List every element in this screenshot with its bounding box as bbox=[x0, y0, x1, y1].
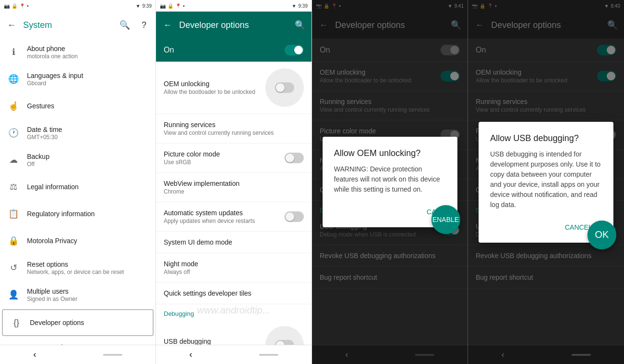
about-icon: ℹ bbox=[8, 46, 19, 58]
search-btn-2[interactable]: 🔍 bbox=[292, 17, 308, 33]
sidebar-item-gestures[interactable]: ☝ Gestures bbox=[0, 92, 156, 119]
night-mode-subtitle: Always off bbox=[164, 269, 304, 275]
search-button[interactable]: 🔍 bbox=[117, 17, 132, 33]
panel-system: 📷 🔒 📍 • ▼ 9:39 ← System 🔍 ? ℹ About phon… bbox=[0, 0, 156, 364]
gesture-icon: ☝ bbox=[8, 100, 19, 112]
sidebar-item-about[interactable]: ℹ About phone motorola one action bbox=[0, 39, 156, 65]
oem-dialog-body: WARNING: Device protection features will… bbox=[334, 164, 446, 195]
backup-title: Backup bbox=[27, 153, 148, 160]
oem-enable-btn[interactable]: Enable bbox=[431, 205, 460, 234]
status-bar-1: 📷 🔒 📍 • ▼ 9:39 bbox=[0, 0, 156, 12]
language-subtitle: Gboard bbox=[27, 80, 148, 87]
backup-icon: ☁ bbox=[8, 154, 19, 166]
usb-toggle-container[interactable] bbox=[265, 326, 304, 345]
notif-icon-3: 📍 bbox=[19, 3, 25, 9]
time-2: 9:39 bbox=[299, 3, 308, 9]
sidebar-item-regulatory[interactable]: 📋 Regulatory information bbox=[0, 200, 156, 227]
picture-color-item[interactable]: Picture color mode Use sRGB bbox=[156, 143, 312, 173]
running-services-item[interactable]: Running services View and control curren… bbox=[156, 114, 312, 143]
webview-subtitle: Chrome bbox=[164, 188, 304, 195]
sidebar-item-users[interactable]: 👤 Multiple users Signed in as Owner bbox=[0, 281, 156, 308]
regulatory-icon: 📋 bbox=[8, 208, 19, 220]
sidebar-item-legal[interactable]: ⚖ Legal information bbox=[0, 173, 156, 200]
sidebar-item-motorola-privacy[interactable]: 🔒 Motorola Privacy bbox=[0, 227, 156, 254]
page-title: System bbox=[23, 20, 113, 30]
datetime-title: Date & time bbox=[27, 126, 148, 133]
system-ui-demo-item[interactable]: System UI demo mode bbox=[156, 232, 312, 253]
quick-settings-item[interactable]: Quick settings developer tiles bbox=[156, 283, 312, 304]
system-ui-title: System UI demo mode bbox=[164, 238, 304, 246]
n2: 🔒 bbox=[168, 3, 173, 9]
usb-debug-dialog: Allow USB debugging? USB debugging is in… bbox=[479, 122, 613, 243]
night-mode-item[interactable]: Night mode Always off bbox=[156, 253, 312, 283]
reset-subtitle: Network, apps, or device can be reset bbox=[27, 269, 148, 275]
usb-dialog-title: Allow USB debugging? bbox=[490, 133, 602, 143]
developer-icon: {} bbox=[11, 317, 22, 328]
oem-dialog-actions: Ca Enable bbox=[334, 204, 446, 220]
sidebar-item-languages[interactable]: 🌐 Languages & input Gboard bbox=[0, 65, 156, 92]
auto-updates-item[interactable]: Automatic system updates Apply updates w… bbox=[156, 202, 312, 232]
running-title: Running services bbox=[164, 121, 304, 129]
reset-title: Reset options bbox=[27, 260, 148, 268]
reset-icon: ↺ bbox=[8, 262, 19, 273]
privacy-icon: 🔒 bbox=[8, 235, 19, 247]
about-subtitle: motorola one action bbox=[27, 53, 148, 60]
auto-updates-subtitle: Apply updates when device restarts bbox=[164, 218, 255, 224]
status-bar-2: 📷 🔒 📍 • ▼ 9:39 bbox=[156, 0, 312, 12]
sidebar-item-developer[interactable]: {} Developer options bbox=[2, 309, 154, 336]
bottom-nav-2: ‹ bbox=[156, 345, 312, 364]
notif-icon-4: • bbox=[27, 3, 29, 9]
wifi-icon: ▼ bbox=[136, 3, 141, 9]
sidebar-item-reset[interactable]: ↺ Reset options Network, apps, or device… bbox=[0, 254, 156, 281]
quick-settings-title: Quick settings developer tiles bbox=[164, 289, 304, 297]
privacy-title: Motorola Privacy bbox=[27, 237, 148, 245]
back-btn-2[interactable]: ← bbox=[160, 17, 175, 33]
back-button[interactable]: ← bbox=[4, 17, 19, 33]
usb-ok-btn[interactable]: OK bbox=[587, 221, 616, 249]
datetime-subtitle: GMT+05:30 bbox=[27, 134, 148, 141]
language-title: Languages & input bbox=[27, 72, 148, 79]
gesture-title: Gestures bbox=[27, 102, 148, 110]
regulatory-title: Regulatory information bbox=[27, 210, 148, 218]
n3: 📍 bbox=[175, 3, 181, 9]
sys-icons-2: ▼ 9:39 bbox=[292, 3, 308, 9]
developer-title: Developer options bbox=[30, 319, 145, 326]
usb-title: USB debugging bbox=[164, 338, 260, 345]
language-icon: 🌐 bbox=[8, 73, 19, 85]
usb-dialog-body: USB debugging is intended for developmen… bbox=[490, 149, 602, 210]
night-mode-title: Night mode bbox=[164, 260, 304, 268]
developer-toggle[interactable] bbox=[285, 45, 304, 55]
sidebar-item-datetime[interactable]: 🕐 Date & time GMT+05:30 bbox=[0, 119, 156, 146]
sidebar-item-system-updates[interactable]: 📱 System updates Updated to Android 9 bbox=[0, 337, 156, 345]
usb-debugging-item[interactable]: USB debugging Debug mode when USB is con… bbox=[156, 319, 312, 345]
notif-icon-2: 🔒 bbox=[12, 3, 17, 9]
about-title: About phone bbox=[27, 45, 148, 52]
dev-options-title: Developer options bbox=[179, 20, 288, 30]
system-icons: ▼ 9:39 bbox=[136, 3, 152, 9]
oem-unlocking-item[interactable]: OEM unlocking Allow the bootloader to be… bbox=[156, 62, 312, 114]
webview-title: WebView implementation bbox=[164, 180, 304, 187]
back-btn-nav[interactable]: ‹ bbox=[189, 350, 192, 360]
usb-dialog-overlay: Allow USB debugging? USB debugging is in… bbox=[468, 0, 624, 364]
sidebar-item-backup[interactable]: ☁ Backup Off bbox=[0, 146, 156, 173]
webview-item[interactable]: WebView implementation Chrome bbox=[156, 173, 312, 202]
on-label: On bbox=[164, 46, 174, 54]
n4: • bbox=[183, 3, 185, 9]
oem-subtitle: Allow the bootloader to be unlocked bbox=[164, 89, 255, 95]
oem-toggle-container[interactable] bbox=[265, 68, 304, 107]
notif-icon-1: 📷 bbox=[4, 3, 10, 9]
help-button[interactable]: ? bbox=[136, 17, 152, 33]
usb-dialog-actions: Cancel OK bbox=[490, 220, 602, 235]
picture-title: Picture color mode bbox=[164, 150, 220, 158]
users-subtitle: Signed in as Owner bbox=[27, 296, 148, 302]
auto-updates-toggle[interactable] bbox=[285, 211, 304, 222]
bottom-nav-1: ‹ bbox=[0, 345, 156, 364]
time-display: 9:39 bbox=[143, 3, 152, 9]
n1: 📷 bbox=[160, 3, 166, 9]
on-toggle-row: On bbox=[156, 39, 312, 62]
nav-back-btn[interactable]: ‹ bbox=[33, 350, 36, 360]
usb-toggle[interactable] bbox=[275, 340, 294, 345]
picture-toggle[interactable] bbox=[285, 153, 304, 163]
oem-toggle[interactable] bbox=[275, 82, 294, 93]
clock-icon: 🕐 bbox=[8, 127, 19, 139]
